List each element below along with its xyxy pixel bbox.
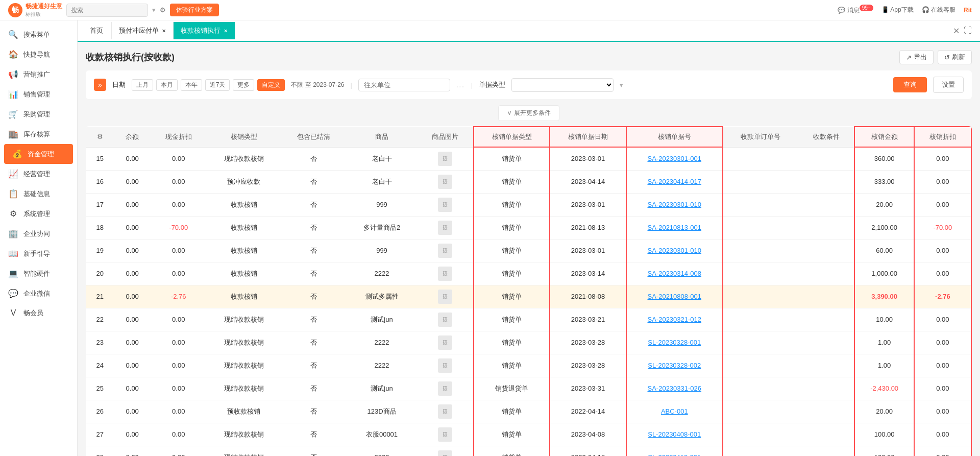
message-label: 消息 xyxy=(847,7,860,14)
cell-verify-no[interactable]: SA-20230301-010 xyxy=(626,193,723,216)
sidebar-label-search: 搜索菜单 xyxy=(23,30,50,39)
cell-verify-discount: 0.00 xyxy=(914,147,971,170)
user-name[interactable]: Rit xyxy=(964,7,972,14)
sidebar-label-system: 系统管理 xyxy=(23,209,50,219)
export-button[interactable]: ↗ 导出 xyxy=(899,50,934,64)
cell-goods: 2222 xyxy=(347,331,417,354)
purchase-icon: 🛒 xyxy=(8,109,18,119)
settings-button[interactable]: 设置 xyxy=(933,77,964,93)
sidebar-item-purchase[interactable]: 🛒 采购管理 xyxy=(0,104,77,124)
close-window-icon[interactable]: ✕ xyxy=(953,26,960,36)
sidebar-item-wechat[interactable]: 💬 企业微信 xyxy=(0,283,77,303)
last-7-days-btn[interactable]: 近7天 xyxy=(205,79,230,91)
tab-home[interactable]: 首页 xyxy=(82,22,112,39)
col-verify-amount: 核销金额 xyxy=(854,127,914,147)
sidebar-item-guide[interactable]: 📖 新手引导 xyxy=(0,244,77,263)
cell-verify-discount: 0.00 xyxy=(914,423,971,446)
cell-verify-type: 收款核销 xyxy=(206,262,281,285)
cell-verify-no[interactable]: SA-20230321-012 xyxy=(626,308,723,331)
cell-verify-amount: 1.00 xyxy=(854,354,914,377)
cell-verify-type: 收款核销 xyxy=(206,285,281,308)
dropdown-chevron-icon[interactable]: ▾ xyxy=(152,6,156,14)
cell-verify-no[interactable]: SL-20230418-001 xyxy=(626,446,723,456)
cell-verify-type: 现结收款核销 xyxy=(206,377,281,400)
cell-receipt-condition xyxy=(798,354,855,377)
cell-receipt-condition xyxy=(798,377,855,400)
sidebar-item-enterprise[interactable]: 🏢 企业协同 xyxy=(0,224,77,244)
app-download-link[interactable]: 📱 App下载 xyxy=(881,6,914,14)
cell-cash-discount: 0.00 xyxy=(151,170,206,193)
sidebar-item-sales[interactable]: 📊 销售管理 xyxy=(0,84,77,104)
bill-type-label: 单据类型 xyxy=(479,80,505,89)
trade-unit-input[interactable] xyxy=(358,79,450,91)
message-icon[interactable]: 💬 消息99+ xyxy=(838,5,873,15)
cell-idx: 20 xyxy=(86,262,114,285)
sidebar-label-marketing: 营销推广 xyxy=(23,70,50,79)
this-year-btn[interactable]: 本年 xyxy=(181,79,202,91)
cell-balance: 0.00 xyxy=(114,377,151,400)
solution-button[interactable]: 休验行业方案 xyxy=(170,4,219,16)
col-verify-discount: 核销折扣 xyxy=(914,127,971,147)
gear-icon[interactable]: ⚙ xyxy=(160,6,166,14)
filter-toggle-button[interactable]: » xyxy=(94,79,106,91)
tab-receipts-close[interactable]: ✕ xyxy=(224,28,228,34)
cell-included: 否 xyxy=(281,308,347,331)
cell-verify-no[interactable]: SA-20230331-026 xyxy=(626,377,723,400)
tab-receipts[interactable]: 收款核销执行 ✕ xyxy=(174,22,235,39)
goods-img-cell: 🖼 xyxy=(417,377,474,400)
cell-balance: 0.00 xyxy=(114,262,151,285)
expand-more-btn[interactable]: ∨ 展开更多条件 xyxy=(498,105,559,121)
cell-verify-discount: 0.00 xyxy=(914,262,971,285)
cell-receipt-order-no xyxy=(723,262,798,285)
cell-verify-no[interactable]: SL-20230328-002 xyxy=(626,354,723,377)
cell-included: 否 xyxy=(281,285,347,308)
cell-verify-discount: 0.00 xyxy=(914,170,971,193)
cell-verify-no[interactable]: SA-20230314-008 xyxy=(626,262,723,285)
sidebar-item-operation[interactable]: 📈 经营管理 xyxy=(0,164,77,184)
table-body: 15 0.00 0.00 现结收款核销 否 老白干 🖼 销货单 2023-03-… xyxy=(86,147,971,456)
sidebar-item-marketing[interactable]: 📢 营销推广 xyxy=(0,64,77,84)
tab-prepay-close[interactable]: ✕ xyxy=(162,28,166,34)
col-verify-date: 核销单据日期 xyxy=(550,127,626,147)
last-month-btn[interactable]: 上月 xyxy=(132,79,153,91)
query-button[interactable]: 查询 xyxy=(893,77,927,92)
cell-verify-no[interactable]: SL-20230328-001 xyxy=(626,331,723,354)
sidebar-item-quick-nav[interactable]: 🏠 快捷导航 xyxy=(0,44,77,64)
this-month-btn[interactable]: 本月 xyxy=(156,79,178,91)
cell-verify-no[interactable]: SA-20210808-001 xyxy=(626,285,723,308)
cell-cash-discount: 0.00 xyxy=(151,354,206,377)
sidebar-item-search[interactable]: 🔍 搜索菜单 xyxy=(0,25,77,44)
table-row: 23 0.00 0.00 现结收款核销 否 2222 🖼 销货单 2023-03… xyxy=(86,331,971,354)
cell-verify-no[interactable]: SL-20230408-001 xyxy=(626,423,723,446)
cell-verify-no[interactable]: SA-20230301-010 xyxy=(626,239,723,262)
cell-verify-no[interactable]: SA-20230301-001 xyxy=(626,147,723,170)
cell-receipt-order-no xyxy=(723,285,798,308)
goods-img-cell: 🖼 xyxy=(417,308,474,331)
custom-date-btn[interactable]: 自定义 xyxy=(257,79,285,91)
sidebar-item-finance[interactable]: 💰 资金管理 xyxy=(4,144,73,164)
sidebar-item-system[interactable]: ⚙ 系统管理 xyxy=(0,204,77,224)
more-date-btn[interactable]: 更多 xyxy=(233,79,254,91)
sidebar-item-basic[interactable]: 📋 基础信息 xyxy=(0,184,77,204)
brand-name: 畅捷通好生意 xyxy=(26,2,62,11)
cell-verify-no[interactable]: SA-20230414-017 xyxy=(626,170,723,193)
sidebar-item-member[interactable]: V 畅会员 xyxy=(0,303,77,323)
sidebar-item-inventory[interactable]: 🏬 库存核算 xyxy=(0,124,77,144)
expand-window-icon[interactable]: ⛶ xyxy=(964,26,972,35)
cell-included: 否 xyxy=(281,170,347,193)
cell-idx: 28 xyxy=(86,446,114,456)
refresh-button[interactable]: ↺ 刷新 xyxy=(938,50,972,64)
search-input[interactable] xyxy=(66,4,148,17)
cell-verify-no[interactable]: ABC-001 xyxy=(626,400,723,423)
online-service-link[interactable]: 🎧 在线客服 xyxy=(922,6,955,14)
finance-icon: 💰 xyxy=(12,149,22,159)
cell-included: 否 xyxy=(281,354,347,377)
cell-verify-no[interactable]: SA-20210813-001 xyxy=(626,216,723,239)
goods-img-cell: 🖼 xyxy=(417,423,474,446)
cell-receipt-condition xyxy=(798,308,855,331)
bill-type-select[interactable] xyxy=(511,78,614,92)
cell-verify-type: 预收款核销 xyxy=(206,400,281,423)
wechat-icon: 💬 xyxy=(8,289,18,298)
tab-prepay[interactable]: 预付冲应付单 ✕ xyxy=(112,22,174,39)
sidebar-item-hardware[interactable]: 💻 智能硬件 xyxy=(0,263,77,283)
